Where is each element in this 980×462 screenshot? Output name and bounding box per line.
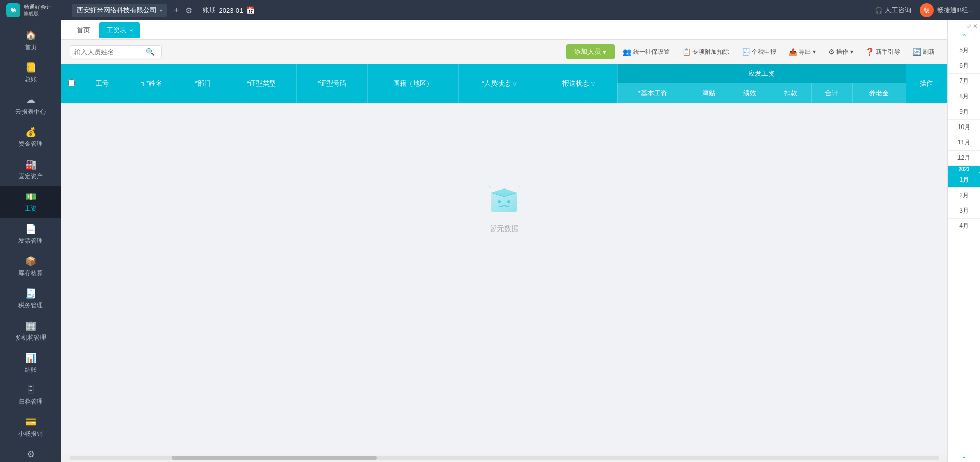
th-total: 合计 — [811, 83, 852, 103]
new-guide-button[interactable]: ❓ 新手引导 — [861, 46, 904, 58]
month-item-2022-12[interactable]: 12月 — [948, 151, 980, 166]
headset-icon: 🎧 — [875, 7, 883, 14]
th-person-status[interactable]: *人员状态 ▽ — [459, 64, 540, 103]
tab-home[interactable]: 首页 — [70, 22, 97, 38]
archive-icon: 🗄 — [26, 385, 35, 395]
sidebar-item-payroll[interactable]: 💵 工资 — [0, 186, 61, 218]
tab-payroll[interactable]: 工资表 × — [99, 22, 140, 38]
social-settings-icon: 👥 — [623, 48, 631, 56]
sidebar-item-tax[interactable]: 🧾 税务管理 — [0, 283, 61, 315]
multi-org-icon: 🏢 — [25, 320, 36, 331]
sidebar-item-multi-org[interactable]: 🏢 多机构管理 — [0, 315, 61, 347]
person-status-filter-icon[interactable]: ▽ — [513, 81, 517, 87]
export-button[interactable]: 📤 导出 ▾ — [785, 46, 820, 58]
company-selector[interactable]: 西安虾米网络科技有限公司 ▾ — [72, 4, 167, 17]
select-all-checkbox[interactable] — [68, 79, 75, 86]
scroll-thumb[interactable] — [172, 456, 377, 460]
th-deduct: 扣款 — [770, 83, 811, 103]
report-status-filter-icon[interactable]: ▽ — [591, 81, 595, 87]
month-item-2022-9[interactable]: 9月 — [948, 104, 980, 120]
th-wage-group: 应发工资 — [617, 64, 906, 83]
sidebar-item-fixed-assets[interactable]: 🏭 固定资产 — [0, 154, 61, 186]
period-info: 账期 2023-01 📅 — [203, 6, 255, 15]
tab-close-icon[interactable]: × — [129, 27, 133, 33]
month-item-2022-6[interactable]: 6月 — [948, 58, 980, 74]
month-item-2022-11[interactable]: 11月 — [948, 135, 980, 151]
empty-text: 暂无数据 — [490, 224, 518, 234]
refresh-icon: 🔄 — [912, 48, 921, 56]
sidebar-label-home: 首页 — [25, 43, 37, 52]
personal-tax-button[interactable]: 🧾 个税申报 — [737, 46, 780, 58]
sidebar-label-expense: 小畅报销 — [18, 430, 43, 438]
close-panel-button[interactable]: ✕ — [973, 23, 978, 30]
fixed-assets-icon: 🏭 — [25, 159, 36, 170]
empty-icon — [484, 177, 525, 218]
month-item-2022-7[interactable]: 7月 — [948, 74, 980, 89]
th-performance: 绩效 — [729, 83, 770, 103]
scroll-up-button[interactable]: ⌃ — [948, 31, 980, 43]
th-report-status[interactable]: 报送状态 ▽ — [540, 64, 618, 103]
sidebar-label-multi-org: 多机构管理 — [15, 333, 46, 342]
search-icon[interactable]: 🔍 — [146, 48, 155, 56]
th-nationality: 国籍（地区） — [367, 64, 458, 103]
th-cert-no: *证型号码 — [297, 64, 367, 103]
operations-icon: ⚙ — [828, 48, 835, 56]
toolbar: 🔍 添加人员 ▾ 👥 统一社保设置 📋 专项附加扣除 🧾 个税申报 📤 导出 — [61, 40, 947, 64]
operations-arrow-icon: ▾ — [850, 48, 853, 55]
up-arrow-icon: ⌃ — [961, 33, 967, 41]
th-department: *部门 — [180, 64, 226, 103]
sidebar-item-home[interactable]: 🏠 首页 — [0, 25, 61, 57]
operations-button[interactable]: ⚙ 操作 ▾ — [824, 46, 857, 58]
expand-panel-button[interactable]: ⤢ — [967, 23, 972, 30]
topbar-actions: + ⚙ — [173, 5, 192, 16]
add-person-button[interactable]: 添加人员 ▾ — [566, 44, 615, 59]
user-info[interactable]: 畅 畅捷通B组... — [920, 3, 974, 17]
support-button[interactable]: 🎧 人工咨询 — [875, 6, 911, 15]
refresh-button[interactable]: 🔄 刷新 — [908, 46, 939, 58]
sidebar-label-invoice: 发票管理 — [18, 237, 43, 245]
special-deduct-button[interactable]: 📋 专项附加扣除 — [678, 46, 733, 58]
sidebar-label-ledger: 总账 — [25, 75, 37, 84]
month-item-2022-5[interactable]: 5月 — [948, 43, 980, 58]
th-subsidy: 津贴 — [688, 83, 729, 103]
social-settings-button[interactable]: 👥 统一社保设置 — [619, 46, 674, 58]
month-item-2023-3[interactable]: 3月 — [948, 203, 980, 219]
month-item-2023-4[interactable]: 4月 — [948, 219, 980, 234]
scroll-track[interactable] — [70, 456, 939, 460]
svg-point-7 — [519, 186, 520, 187]
th-checkbox[interactable] — [61, 64, 82, 103]
svg-point-5 — [507, 200, 510, 203]
search-wrap: 🔍 — [70, 45, 162, 58]
sidebar-item-expense[interactable]: 💳 小畅报销 — [0, 411, 61, 444]
main-layout: 🏠 首页 📒 总账 ☁ 云报表中心 💰 资金管理 🏭 固定资产 💵 工资 📄 发… — [0, 20, 980, 462]
svg-point-4 — [498, 200, 501, 203]
month-item-2023-1[interactable]: 1月 — [948, 173, 980, 188]
user-name: 畅捷通B组... — [937, 6, 974, 15]
th-name[interactable]: ⇅ *姓名 — [123, 64, 180, 103]
new-guide-icon: ❓ — [865, 48, 874, 56]
settings-icon[interactable]: ⚙ — [185, 6, 192, 15]
th-pension: 养老金 — [853, 83, 906, 103]
month-item-2022-10[interactable]: 10月 — [948, 120, 980, 135]
period-label: 账期 — [203, 6, 216, 15]
sidebar-item-archive[interactable]: 🗄 归档管理 — [0, 380, 61, 411]
month-item-2022-8[interactable]: 8月 — [948, 89, 980, 104]
scroll-hint — [61, 454, 947, 462]
scroll-down-button[interactable]: ⌄ — [948, 450, 980, 462]
sidebar-item-inventory[interactable]: 📦 库存核算 — [0, 250, 61, 283]
month-item-2023-2[interactable]: 2月 — [948, 188, 980, 203]
sidebar-item-basic-settings[interactable]: ⚙ 基础设置 — [0, 444, 61, 462]
sidebar-item-ledger[interactable]: 📒 总账 — [0, 57, 61, 89]
sidebar-item-fund[interactable]: 💰 资金管理 — [0, 121, 61, 154]
add-icon[interactable]: + — [173, 5, 179, 16]
sidebar-label-tax: 税务管理 — [18, 301, 43, 310]
calendar-icon[interactable]: 📅 — [246, 6, 255, 14]
sidebar-item-cloud-report[interactable]: ☁ 云报表中心 — [0, 89, 61, 121]
sidebar-item-invoice[interactable]: 📄 发票管理 — [0, 218, 61, 250]
settings-gear-icon: ⚙ — [27, 449, 35, 460]
search-input[interactable] — [74, 48, 146, 56]
svg-line-9 — [488, 185, 490, 187]
expense-icon: 💳 — [25, 416, 36, 428]
year-badge: 2023 — [948, 166, 980, 173]
sidebar-item-closing[interactable]: 📊 结账 — [0, 347, 61, 380]
